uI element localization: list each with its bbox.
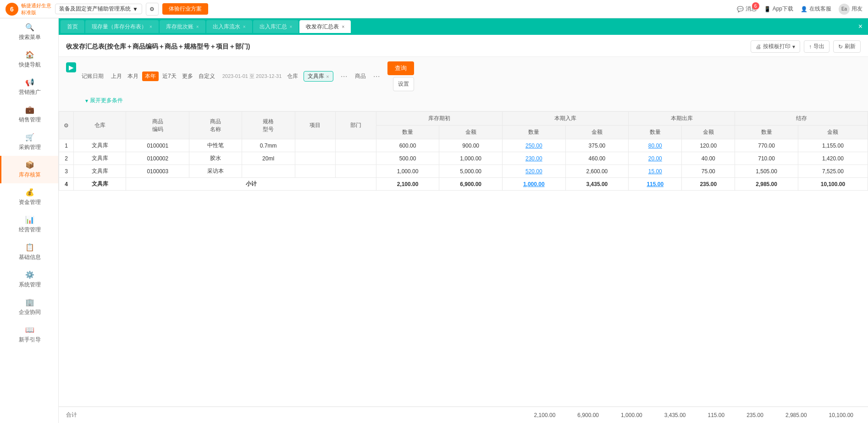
- date-btn-more[interactable]: 更多: [180, 71, 195, 81]
- sidebar-item-quick[interactable]: 🏠 快捷导航: [0, 46, 58, 73]
- tab-batch[interactable]: 库存批次账 ×: [160, 20, 205, 33]
- date-btn-custom[interactable]: 自定义: [197, 71, 217, 81]
- tab-inout-summary[interactable]: 出入库汇总 ×: [253, 20, 299, 33]
- sidebar-item-sales[interactable]: 💼 销售管理: [0, 101, 58, 128]
- row1-open-qty: 600.00: [376, 139, 439, 152]
- query-button[interactable]: 查询: [387, 61, 414, 75]
- sidebar-item-operation[interactable]: 📊 经营管理: [0, 211, 58, 238]
- sidebar-item-purchase[interactable]: 🛒 采购管理: [0, 128, 58, 156]
- date-btn-this-month[interactable]: 本月: [126, 71, 140, 81]
- cart-icon: 🛒: [25, 133, 34, 142]
- th-out-qty: 数量: [629, 126, 682, 139]
- total-open-amt: 6,900.00: [577, 412, 599, 418]
- tab-home[interactable]: 首页: [61, 20, 84, 33]
- th-warehouse: 仓库: [74, 112, 126, 139]
- date-btn-last-month[interactable]: 上月: [109, 71, 124, 81]
- row1-name: 中性笔: [189, 139, 242, 152]
- date-btn-this-year[interactable]: 本年: [142, 71, 159, 81]
- tab-close-inout-summary[interactable]: ×: [290, 24, 293, 29]
- sidebar-item-system[interactable]: ⚙️ 系统管理: [0, 266, 58, 293]
- subtotal-out-amt: 235.00: [682, 178, 735, 191]
- print-button[interactable]: 🖨 按模板打印 ▾: [751, 40, 800, 53]
- th-goods-code: 商品编码: [126, 112, 189, 139]
- subtotal-open-amt: 6,900.00: [439, 178, 503, 191]
- filter-toggle-button[interactable]: ▶: [66, 62, 76, 72]
- tab-close-inventory-dist[interactable]: ×: [149, 24, 152, 29]
- gear-button[interactable]: ⚙: [146, 3, 159, 16]
- tab-receipt-summary[interactable]: 收发存汇总表 ×: [299, 20, 351, 33]
- row1-dept: [336, 139, 376, 152]
- row1-in-amt: 375.00: [565, 139, 629, 152]
- tab-bar-close[interactable]: ×: [855, 22, 866, 31]
- message-item[interactable]: 💬 消息 6: [737, 5, 757, 13]
- tab-inventory-dist[interactable]: 现存量（库存分布表） ×: [85, 20, 159, 33]
- th-in-qty: 数量: [502, 126, 565, 139]
- total-close-amt: 10,100.00: [829, 412, 853, 418]
- subtotal-in-qty[interactable]: 1,000.00: [502, 178, 565, 191]
- data-table: ⚙ 仓库 商品编码 商品名称 规格型号 项目 部门 库存期初 本期入库 本期出库…: [59, 111, 868, 191]
- sidebar-item-basic[interactable]: 📋 基础信息: [0, 238, 58, 266]
- expand-conditions-button[interactable]: ▾ 展开更多条件: [82, 95, 127, 106]
- row1-num: 1: [59, 139, 74, 152]
- service-icon: 👤: [801, 6, 807, 12]
- sidebar-item-inventory[interactable]: 📦 库存核算: [0, 156, 58, 183]
- th-open-amt: 金额: [439, 126, 503, 139]
- subtotal-out-qty[interactable]: 115.00: [629, 178, 682, 191]
- phone-icon: 📱: [764, 6, 771, 12]
- row1-in-qty[interactable]: 250.00: [502, 139, 565, 152]
- online-service-item[interactable]: 👤 在线客服: [801, 5, 831, 13]
- total-out-qty: 115.00: [708, 412, 724, 418]
- table-container: ⚙ 仓库 商品编码 商品名称 规格型号 项目 部门 库存期初 本期入库 本期出库…: [59, 111, 868, 191]
- row1-project: [295, 139, 336, 152]
- search-icon: 🔍: [25, 23, 34, 32]
- sidebar-item-enterprise[interactable]: 🏢 企业协同: [0, 293, 58, 321]
- warehouse-more-btn[interactable]: ···: [339, 71, 349, 81]
- tab-close-inout-flow[interactable]: ×: [243, 24, 246, 29]
- row3-in-qty[interactable]: 520.00: [502, 165, 565, 178]
- message-badge: 6: [752, 2, 759, 10]
- th-project: 项目: [295, 112, 336, 139]
- sidebar-item-marketing[interactable]: 📢 营销推广: [0, 73, 58, 101]
- chevron-down-icon: ▾: [85, 98, 88, 104]
- th-out: 本期出库: [629, 112, 735, 126]
- export-button[interactable]: ↑ 导出: [804, 40, 829, 53]
- settings-icon: ⚙️: [25, 270, 34, 279]
- row2-warehouse: 文具库: [74, 152, 126, 165]
- tab-close-batch[interactable]: ×: [196, 24, 199, 29]
- table-row: 1 文具库 0100001 中性笔 0.7mm 600.00 900.00 25…: [59, 139, 868, 152]
- goods-more-btn[interactable]: ···: [371, 71, 382, 81]
- th-department: 部门: [336, 112, 376, 139]
- row2-out-qty[interactable]: 20.00: [629, 152, 682, 165]
- sidebar-item-search[interactable]: 🔍 搜索菜单: [0, 18, 58, 46]
- table-gear-col[interactable]: ⚙: [59, 112, 74, 139]
- th-out-amt: 金额: [682, 126, 735, 139]
- row3-in-amt: 2,600.00: [565, 165, 629, 178]
- page-title: 收发存汇总表(按仓库＋商品编码＋商品＋规格型号＋项目＋部门): [66, 43, 250, 51]
- row3-warehouse: 文具库: [74, 165, 126, 178]
- row3-out-qty[interactable]: 15.00: [629, 165, 682, 178]
- sidebar-item-newbie[interactable]: 📖 新手引导: [0, 321, 58, 348]
- sidebar-item-finance[interactable]: 💰 资金管理: [0, 183, 58, 211]
- user-item[interactable]: Ea 用友: [839, 4, 862, 15]
- refresh-button[interactable]: ↻ 刷新: [833, 40, 861, 53]
- home-icon: 🏠: [25, 50, 34, 59]
- app-download-item[interactable]: 📱 App下载: [764, 5, 793, 13]
- row3-open-amt: 5,000.00: [439, 165, 503, 178]
- filter-row-date: 记账日期 上月 本月 本年 近7天 更多 自定义 2023-01-01 至 20…: [82, 61, 861, 91]
- row1-out-qty[interactable]: 80.00: [629, 139, 682, 152]
- tab-close-receipt-summary[interactable]: ×: [342, 24, 344, 29]
- filter-settings-button[interactable]: 设置: [393, 77, 414, 91]
- warehouse-tag-close[interactable]: ×: [326, 74, 329, 79]
- chevron-down-icon: ▼: [133, 6, 138, 12]
- tab-inout-flow[interactable]: 出入库流水 ×: [206, 20, 252, 33]
- row2-spec: 20ml: [242, 152, 295, 165]
- experience-button[interactable]: 体验行业方案: [162, 3, 208, 15]
- system-select[interactable]: 装备及固定资产辅助管理系统 ▼: [55, 4, 142, 14]
- table-settings-icon: ⚙: [64, 122, 69, 129]
- logo-icon: 6: [6, 3, 18, 16]
- th-in: 本期入库: [502, 112, 628, 126]
- row1-open-amt: 900.00: [439, 139, 503, 152]
- date-btn-last-7[interactable]: 近7天: [160, 71, 178, 81]
- row3-spec: [242, 165, 295, 178]
- row2-in-qty[interactable]: 230.00: [502, 152, 565, 165]
